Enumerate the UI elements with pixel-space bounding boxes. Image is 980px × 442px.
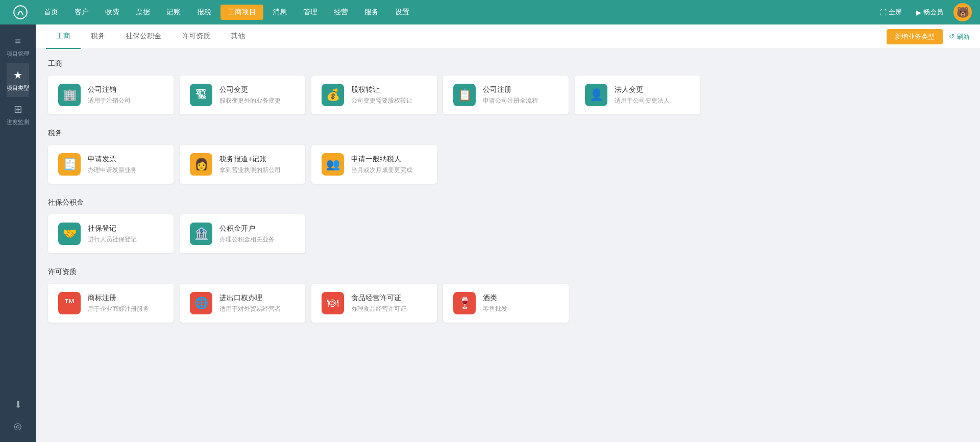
card-desc-酒类: 零售批发 — [483, 305, 507, 313]
nav-item-设置[interactable]: 设置 — [388, 5, 416, 20]
sidebar-icon-0: ≡ — [11, 34, 25, 48]
nav-item-首页[interactable]: 首页 — [37, 5, 65, 20]
sidebar-label-1: 项目类型 — [7, 84, 29, 92]
card-desc-申请一般纳税人: 当月或次月成变更完成 — [351, 166, 412, 175]
svg-point-0 — [14, 6, 27, 19]
refresh-icon: ↺ — [949, 33, 954, 40]
card-公积金开户[interactable]: 🏦 公积金开户 办理公积金相关业务 — [180, 214, 305, 253]
logo — [8, 0, 33, 24]
left-sidebar: ≡ 项目管理 ★ 项目类型 ⊞ 进度监测 ⬇◎ — [0, 24, 36, 442]
top-navigation: 首页客户收费票据记账报税工商项目消息管理经营服务设置 ⛶ 全屏 ▶ 畅会员 🐻 — [0, 0, 980, 24]
card-text-申请一般纳税人: 申请一般纳税人 当月或次月成变更完成 — [351, 155, 412, 175]
tab-许可资质[interactable]: 许可资质 — [172, 24, 220, 49]
card-icon-法人变更: 👤 — [585, 84, 607, 106]
sidebar-icon-2: ⊞ — [11, 102, 25, 116]
sidebar-item-项目类型[interactable]: ★ 项目类型 — [7, 63, 29, 97]
card-desc-食品经营许可证: 办理食品经营许可证 — [351, 305, 406, 313]
card-text-申请发票: 申请发票 办理申请发票业务 — [88, 155, 137, 175]
cards-grid-工商: 🏢 公司注销 适用于注销公司 🏗 公司变更 股权变更外的业务变更 💰 股权转让 … — [48, 76, 968, 114]
card-desc-税务报道+记账: 拿到营业执照的新公司 — [219, 166, 281, 175]
card-公司注册[interactable]: 📋 公司注册 申请公司注册全流程 — [443, 76, 569, 114]
nav-item-记账[interactable]: 记账 — [159, 5, 188, 20]
card-申请发票[interactable]: 🧾 申请发票 办理申请发票业务 — [48, 145, 174, 184]
card-title-申请一般纳税人: 申请一般纳税人 — [351, 155, 412, 164]
nav-item-服务[interactable]: 服务 — [357, 5, 386, 20]
card-社保登记[interactable]: 🤝 社保登记 进行人员社保登记 — [48, 214, 174, 253]
nav-item-经营[interactable]: 经营 — [327, 5, 355, 20]
card-desc-法人变更: 适用于公司变更法人 — [615, 96, 670, 105]
card-商标注册[interactable]: ™ 商标注册 用于企业商标注册服务 — [48, 284, 174, 323]
card-title-公司注销: 公司注销 — [88, 85, 131, 94]
card-desc-公司变更: 股权变更外的业务变更 — [219, 96, 281, 105]
card-title-公司变更: 公司变更 — [219, 85, 281, 94]
card-股权转让[interactable]: 💰 股权转让 公司变更需要股权转让 — [311, 76, 437, 114]
card-税务报道+记账[interactable]: 👩 税务报道+记账 拿到营业执照的新公司 — [180, 145, 305, 184]
sidebar-label-0: 项目管理 — [7, 50, 29, 58]
card-text-股权转让: 股权转让 公司变更需要股权转让 — [351, 85, 412, 105]
card-title-股权转让: 股权转让 — [351, 85, 412, 94]
sidebar-item-进度监测[interactable]: ⊞ 进度监测 — [7, 97, 29, 131]
card-进出口权办理[interactable]: 🌐 进出口权办理 适用于对外贸易经营者 — [180, 284, 305, 323]
sidebar-label-2: 进度监测 — [7, 118, 29, 126]
card-text-食品经营许可证: 食品经营许可证 办理食品经营许可证 — [351, 293, 406, 313]
card-icon-申请一般纳税人: 👥 — [322, 153, 344, 176]
card-公司注销[interactable]: 🏢 公司注销 适用于注销公司 — [48, 76, 174, 114]
refresh-label: 刷新 — [957, 32, 970, 41]
tab-工商[interactable]: 工商 — [46, 24, 81, 49]
card-desc-社保登记: 进行人员社保登记 — [88, 235, 137, 244]
tab-其他[interactable]: 其他 — [220, 24, 255, 49]
card-icon-酒类: 🍷 — [453, 292, 476, 314]
content-area: 工商税务社保公积金许可资质其他 新增业务类型 ↺ 刷新 工商 🏢 公司注销 适用… — [36, 24, 980, 442]
play-icon: ▶ — [916, 9, 921, 16]
member-label: 畅会员 — [923, 8, 943, 17]
card-icon-公司变更: 🏗 — [190, 84, 212, 106]
fullscreen-button[interactable]: ⛶ 全屏 — [876, 6, 906, 19]
card-icon-进出口权办理: 🌐 — [190, 292, 212, 314]
nav-item-工商项目[interactable]: 工商项目 — [220, 5, 263, 20]
sidebar-bottom: ⬇◎ — [14, 395, 22, 442]
card-desc-商标注册: 用于企业商标注册服务 — [88, 305, 149, 313]
card-公司变更[interactable]: 🏗 公司变更 股权变更外的业务变更 — [180, 76, 305, 114]
card-icon-申请发票: 🧾 — [58, 153, 81, 176]
card-title-公积金开户: 公积金开户 — [219, 224, 275, 233]
new-type-button[interactable]: 新增业务类型 — [887, 29, 943, 44]
tab-税务[interactable]: 税务 — [81, 24, 115, 49]
fullscreen-icon: ⛶ — [880, 9, 887, 16]
nav-items: 首页客户收费票据记账报税工商项目消息管理经营服务设置 — [37, 5, 876, 20]
card-title-进出口权办理: 进出口权办理 — [219, 293, 281, 303]
nav-item-管理[interactable]: 管理 — [296, 5, 325, 20]
nav-item-票据[interactable]: 票据 — [129, 5, 157, 20]
card-title-商标注册: 商标注册 — [88, 293, 149, 303]
card-食品经营许可证[interactable]: 🍽 食品经营许可证 办理食品经营许可证 — [311, 284, 437, 323]
nav-item-客户[interactable]: 客户 — [67, 5, 96, 20]
user-avatar[interactable]: 🐻 — [953, 3, 972, 21]
sidebar-item-项目管理[interactable]: ≡ 项目管理 — [7, 29, 29, 63]
card-text-酒类: 酒类 零售批发 — [483, 293, 507, 313]
tab-bar: 工商税务社保公积金许可资质其他 新增业务类型 ↺ 刷新 — [36, 24, 980, 49]
main-layout: ≡ 项目管理 ★ 项目类型 ⊞ 进度监测 ⬇◎ 工商税务社保公积金许可资质其他 … — [0, 24, 980, 442]
card-title-社保登记: 社保登记 — [88, 224, 137, 233]
card-法人变更[interactable]: 👤 法人变更 适用于公司变更法人 — [575, 76, 700, 114]
sidebar-icon-1: ★ — [11, 68, 25, 82]
card-酒类[interactable]: 🍷 酒类 零售批发 — [443, 284, 569, 323]
card-desc-进出口权办理: 适用于对外贸易经营者 — [219, 305, 281, 313]
nav-item-报税[interactable]: 报税 — [190, 5, 218, 20]
card-text-进出口权办理: 进出口权办理 适用于对外贸易经营者 — [219, 293, 281, 313]
card-icon-商标注册: ™ — [58, 292, 81, 314]
sidebar-bottom-item-1[interactable]: ◎ — [14, 416, 22, 436]
card-icon-公司注销: 🏢 — [58, 84, 81, 106]
card-title-法人变更: 法人变更 — [615, 85, 670, 94]
card-title-酒类: 酒类 — [483, 293, 507, 303]
card-icon-食品经营许可证: 🍽 — [322, 292, 344, 314]
tab-社保公积金[interactable]: 社保公积金 — [115, 24, 172, 49]
card-title-税务报道+记账: 税务报道+记账 — [219, 155, 281, 164]
card-申请一般纳税人[interactable]: 👥 申请一般纳税人 当月或次月成变更完成 — [311, 145, 437, 184]
nav-item-收费[interactable]: 收费 — [98, 5, 127, 20]
sidebar-bottom-item-0[interactable]: ⬇ — [14, 395, 22, 414]
card-text-商标注册: 商标注册 用于企业商标注册服务 — [88, 293, 149, 313]
cards-grid-许可资质: ™ 商标注册 用于企业商标注册服务 🌐 进出口权办理 适用于对外贸易经营者 🍽 … — [48, 284, 968, 323]
section-title-社保公积金: 社保公积金 — [48, 198, 968, 207]
member-button[interactable]: ▶ 畅会员 — [912, 6, 947, 19]
nav-item-消息[interactable]: 消息 — [265, 5, 294, 20]
refresh-button[interactable]: ↺ 刷新 — [949, 32, 970, 41]
